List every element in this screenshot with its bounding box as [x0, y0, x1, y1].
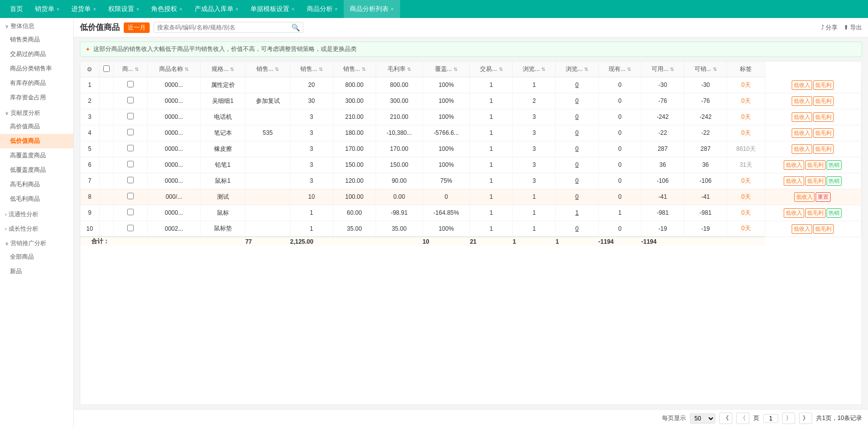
sidebar-item-low-value[interactable]: 低价值商品	[0, 134, 73, 148]
sidebar-item-traded-products[interactable]: 交易过的商品	[0, 47, 73, 61]
row-checkbox[interactable]	[127, 129, 134, 135]
page-input[interactable]	[763, 414, 778, 423]
browse1-link[interactable]: 1	[575, 209, 579, 216]
col-current-stock[interactable]: 现有... ⇅	[599, 61, 642, 77]
sidebar-item-inventory-capital[interactable]: 库存资金占用	[0, 90, 73, 105]
row-checkbox[interactable]	[127, 225, 134, 231]
sidebar-item-high-value[interactable]: 高价值商品	[0, 119, 73, 134]
nav-role-auth[interactable]: 角色授权 ×	[145, 0, 188, 18]
nav-sales-order[interactable]: 销货单 ×	[29, 0, 65, 18]
row-browse1[interactable]: 0	[556, 221, 599, 237]
row-browse1[interactable]: 0	[556, 173, 599, 189]
first-page-button[interactable]: 《	[719, 413, 732, 424]
row-browse1[interactable]: 0	[556, 125, 599, 141]
row-browse1[interactable]: 0	[556, 93, 599, 109]
export-button[interactable]: ⬆ 导出	[844, 23, 862, 32]
row-checkbox[interactable]	[127, 193, 134, 199]
share-button[interactable]: ⤴ 分享	[821, 23, 838, 32]
col-browse2[interactable]: 浏览... ⇅	[556, 61, 599, 77]
nav-permissions[interactable]: 权限设置 ×	[102, 0, 145, 18]
browse1-link[interactable]: 0	[575, 113, 579, 120]
row-checkbox[interactable]	[127, 209, 134, 215]
col-sales-amount[interactable]: 销售... ⇅	[290, 61, 333, 77]
row-check[interactable]	[113, 173, 147, 189]
col-available[interactable]: 可用... ⇅	[642, 61, 684, 77]
sidebar-group-overall[interactable]: ∨ 整体信息	[0, 18, 73, 32]
row-check[interactable]	[113, 189, 147, 205]
row-check[interactable]	[113, 77, 147, 93]
col-spec[interactable]: 规格... ⇅	[201, 61, 245, 77]
browse1-link[interactable]: 0	[575, 225, 579, 232]
row-checkbox[interactable]	[127, 145, 134, 151]
col-trade[interactable]: 交易... ⇅	[470, 61, 513, 77]
row-browse1[interactable]: 0	[556, 141, 599, 157]
browse1-link[interactable]: 0	[575, 145, 579, 152]
col-check[interactable]	[99, 61, 113, 77]
row-browse1[interactable]: 0	[556, 77, 599, 93]
browse1-link[interactable]: 0	[575, 81, 579, 88]
nav-permissions-close[interactable]: ×	[136, 6, 139, 12]
search-input[interactable]	[157, 24, 291, 31]
nav-purchase-close[interactable]: ×	[93, 6, 96, 12]
browse1-link[interactable]: 0	[575, 193, 579, 200]
col-browse1[interactable]: 浏览... ⇅	[513, 61, 556, 77]
search-icon[interactable]: 🔍	[291, 23, 300, 31]
row-check[interactable]	[113, 157, 147, 173]
row-check[interactable]	[113, 93, 147, 109]
row-checkbox[interactable]	[127, 177, 134, 183]
col-coverage[interactable]: 覆盖... ⇅	[423, 61, 470, 77]
row-browse1[interactable]: 1	[556, 205, 599, 221]
sidebar-item-all-products[interactable]: 全部商品	[0, 250, 73, 264]
nav-purchase[interactable]: 进货单 ×	[65, 0, 102, 18]
nav-template-close[interactable]: ×	[291, 6, 294, 12]
row-check[interactable]	[113, 125, 147, 141]
row-check[interactable]	[113, 141, 147, 157]
select-all-checkbox[interactable]	[103, 65, 110, 72]
sidebar-item-high-margin[interactable]: 高毛利商品	[0, 177, 73, 192]
nav-product-inbound-close[interactable]: ×	[235, 6, 238, 12]
row-browse1[interactable]: 0	[556, 189, 599, 205]
col-sales-price[interactable]: 销售... ⇅	[333, 61, 376, 77]
sidebar-group-marketing[interactable]: ∨ 营销推广分析	[0, 235, 73, 250]
row-checkbox[interactable]	[127, 97, 134, 103]
prev-page-button[interactable]: 〈	[736, 413, 749, 424]
nav-product-list-close[interactable]: ×	[391, 6, 394, 12]
last-page-button[interactable]: 》	[799, 413, 812, 424]
col-settings[interactable]: ⚙	[80, 61, 99, 77]
sidebar-item-in-stock[interactable]: 有库存的商品	[0, 76, 73, 90]
row-checkbox[interactable]	[127, 161, 134, 167]
sidebar-item-low-coverage[interactable]: 低覆盖度商品	[0, 163, 73, 177]
nav-role-auth-close[interactable]: ×	[179, 6, 182, 12]
row-browse1[interactable]: 0	[556, 157, 599, 173]
filter-period-button[interactable]: 近一月	[124, 22, 150, 33]
sidebar-item-high-coverage[interactable]: 高覆盖度商品	[0, 148, 73, 163]
browse1-link[interactable]: 0	[575, 177, 579, 184]
row-checkbox[interactable]	[127, 113, 134, 119]
sidebar-group-contribution[interactable]: ∨ 贡献度分析	[0, 105, 73, 119]
row-check[interactable]	[113, 221, 147, 237]
row-check[interactable]	[113, 205, 147, 221]
sidebar-item-new-products[interactable]: 新品	[0, 264, 73, 279]
row-browse1[interactable]: 0	[556, 109, 599, 125]
nav-template-settings[interactable]: 单据模板设置 ×	[244, 0, 300, 18]
col-code[interactable]: 商... ⇅	[113, 61, 147, 77]
nav-home[interactable]: 首页	[4, 0, 29, 18]
row-check[interactable]	[113, 109, 147, 125]
nav-product-analysis-list[interactable]: 商品分析列表 ×	[344, 0, 400, 18]
browse1-link[interactable]: 0	[575, 161, 579, 168]
sidebar-item-category-sales-rate[interactable]: 商品分类销售率	[0, 61, 73, 76]
sidebar-item-sales-products[interactable]: 销售类商品	[0, 32, 73, 47]
sidebar-item-low-margin[interactable]: 低毛利商品	[0, 192, 73, 206]
col-gross-margin[interactable]: 毛利率 ⇅	[376, 61, 423, 77]
nav-product-inbound[interactable]: 产成品入库单 ×	[189, 0, 244, 18]
col-name[interactable]: 商品名称 ⇅	[147, 61, 201, 77]
sidebar-group-growth[interactable]: › 成长性分析	[0, 221, 73, 235]
page-size-select[interactable]: 50 100 200	[690, 414, 715, 424]
nav-sales-order-close[interactable]: ×	[56, 6, 59, 12]
nav-product-analysis[interactable]: 商品分析 ×	[301, 0, 344, 18]
browse1-link[interactable]: 0	[575, 97, 579, 104]
nav-product-analysis-close[interactable]: ×	[335, 6, 338, 12]
col-saleable[interactable]: 可销... ⇅	[684, 61, 727, 77]
next-page-button[interactable]: 〉	[782, 413, 795, 424]
col-sales-qty[interactable]: 销售... ⇅	[245, 61, 290, 77]
